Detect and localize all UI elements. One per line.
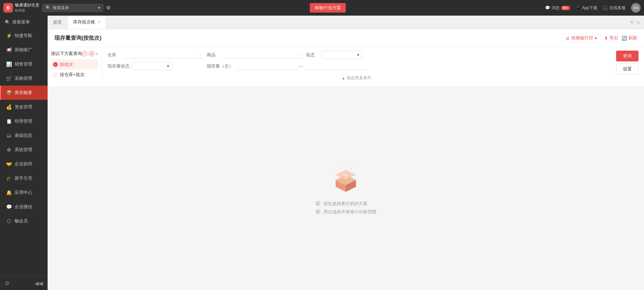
sidebar-item-wechat[interactable]: 💬 企业微信 <box>0 200 48 214</box>
product-field: 商品 ··· <box>207 52 302 58</box>
template-print-button[interactable]: 🖨 按模板打印 ▾ <box>562 33 601 43</box>
settings-icon[interactable]: ⚙ <box>5 280 10 287</box>
top-bar-right: 💬 消息 99+ 📱 App下载 🎧 在线客服 Rit <box>545 3 641 13</box>
main-layout: 🔍 搜索菜单 ⚡ 快捷导航 📢 营销推广 📊 销售管理 🛒 采购管理 📦 库存核… <box>0 16 644 290</box>
page-actions: 🖨 按模板打印 ▾ ⬆ 导出 🔄 刷新 <box>562 33 637 43</box>
sidebar: 🔍 搜索菜单 ⚡ 快捷导航 📢 营销推广 📊 销售管理 🛒 采购管理 📦 库存核… <box>0 16 48 290</box>
settings-button[interactable]: 设置 <box>616 64 639 74</box>
stock-amount-to-input[interactable] <box>305 62 366 70</box>
sidebar-item-sales[interactable]: 📊 销售管理 <box>0 57 48 71</box>
sidebar-item-quick-nav[interactable]: ⚡ 快捷导航 <box>0 29 48 43</box>
empty-tips: 1 请先选择要分析的方案 2 用过滤条件来缩小分析范围 <box>315 201 376 215</box>
scheme-collapse-button[interactable]: « <box>96 51 98 56</box>
tip-num-1: 1 <box>315 201 321 206</box>
enterprise-icon: 🤝 <box>6 161 12 167</box>
member-icon: ⬡ <box>6 218 12 224</box>
messages-item[interactable]: 💬 消息 99+ <box>545 5 570 11</box>
sales-icon: 📊 <box>6 61 12 67</box>
phone-icon: 📱 <box>576 5 581 10</box>
logo-icon: B <box>3 3 13 13</box>
gear-icon[interactable]: ⚙ <box>106 5 111 11</box>
sidebar-item-label: 企业协同 <box>15 161 32 167</box>
scheme-item-by-batch[interactable]: ✓ 按批次 <box>51 59 98 70</box>
stock-status-select[interactable]: ▾ <box>132 62 172 70</box>
tab-batch-inventory-label: 库存批次账 <box>73 19 95 25</box>
svg-line-5 <box>339 167 341 170</box>
warehouse-input-wrapper[interactable]: ··· <box>123 52 203 58</box>
close-panel-button[interactable]: × <box>630 19 637 25</box>
tab-home[interactable]: 首页 <box>48 16 68 29</box>
content-area: 首页 库存批次账 × × ▷ 现存量查询(按批次) 🖨 按模板打印 ▾ <box>48 16 644 290</box>
warehouse-input[interactable] <box>124 52 198 57</box>
top-search-placeholder: 搜索菜单 <box>53 5 69 11</box>
sidebar-item-newbie[interactable]: 🎓 新手引导 <box>0 171 48 185</box>
sidebar-search-label: 搜索菜单 <box>12 19 30 25</box>
sidebar-item-purchase[interactable]: 🛒 采购管理 <box>0 71 48 86</box>
filter-row-1: 仓库 ··· 商品 ··· 状态 <box>107 51 605 59</box>
tab-close-button[interactable]: × <box>98 20 100 24</box>
chevron-down-icon: ▾ <box>167 64 169 69</box>
marketing-icon: 📢 <box>6 47 12 53</box>
headset-icon: 🎧 <box>603 5 608 10</box>
tab-batch-inventory[interactable]: 库存批次账 × <box>68 16 106 29</box>
basic-icon: 🗂 <box>6 132 12 139</box>
scheme-active-dot: ✓ <box>53 62 58 67</box>
sidebar-item-enterprise[interactable]: 🤝 企业协同 <box>0 157 48 171</box>
collapse-sidebar-button[interactable]: ◀◀ <box>35 280 43 287</box>
finance-icon: 💰 <box>6 104 12 110</box>
experience-button[interactable]: 体验行业方案 <box>310 3 346 13</box>
refresh-button[interactable]: 🔄 刷新 <box>622 35 637 41</box>
flash-icon: ⚡ <box>6 33 12 39</box>
purchase-icon: 🛒 <box>6 75 12 81</box>
export-icon: ⬆ <box>604 36 608 41</box>
scheme-settings-button[interactable]: ⚙ <box>89 51 94 56</box>
sidebar-item-label: 系统管理 <box>15 147 32 153</box>
add-scheme-button[interactable]: + <box>82 51 87 56</box>
product-input-wrapper[interactable]: ··· <box>222 52 302 58</box>
empty-illustration: ? <box>329 161 363 195</box>
stock-amount-from-input[interactable] <box>235 62 296 70</box>
tab-home-label: 首页 <box>53 19 62 25</box>
export-button[interactable]: ⬆ 导出 <box>604 35 618 41</box>
product-input[interactable] <box>224 52 298 57</box>
sidebar-item-member[interactable]: ⬡ 畅会员 <box>0 214 48 228</box>
sidebar-item-system[interactable]: ⚙ 系统管理 <box>0 143 48 157</box>
refresh-label: 刷新 <box>628 35 637 41</box>
online-service-label: 在线客服 <box>609 5 626 11</box>
product-more-button[interactable]: ··· <box>298 53 301 57</box>
wechat-icon: 💬 <box>6 204 12 210</box>
sidebar-item-finance[interactable]: 💰 资金管理 <box>0 100 48 114</box>
sidebar-item-marketing[interactable]: 📢 营销推广 <box>0 43 48 57</box>
query-button[interactable]: 查询 <box>616 51 639 61</box>
sidebar-item-label: 采购管理 <box>15 75 32 81</box>
scheme-header-label: 按以下方案查询 <box>51 51 82 57</box>
collapse-label: 收起更多条件 <box>347 75 371 81</box>
scheme-actions: + ⚙ « <box>82 51 98 56</box>
status-select[interactable]: ▾ <box>322 51 362 59</box>
stock-amount-divider: — <box>299 64 303 69</box>
scheme-item-label: 按仓库+批次 <box>60 72 85 78</box>
sidebar-search[interactable]: 🔍 搜索菜单 <box>0 16 48 29</box>
scheme-item-by-warehouse-batch[interactable]: ○ 按仓库+批次 <box>51 70 98 80</box>
tip-text-1: 请先选择要分析的方案 <box>323 201 368 207</box>
chevron-down-icon: ▾ <box>357 52 359 57</box>
sidebar-item-label: 销售管理 <box>15 61 32 67</box>
warehouse-more-button[interactable]: ··· <box>198 53 201 57</box>
user-avatar-item[interactable]: Rit <box>631 3 641 13</box>
sidebar-item-label: 应用中心 <box>15 189 32 196</box>
top-search-bar[interactable]: 🔍 搜索菜单 ▾ <box>42 4 103 12</box>
sidebar-item-inventory[interactable]: 📦 库存核算 <box>0 86 48 100</box>
collapse-more-button[interactable]: ▲ 收起更多条件 <box>107 73 605 83</box>
scheme-panel: 按以下方案查询 + ⚙ « ✓ 按批次 ○ 按仓库+批次 <box>48 47 102 86</box>
sidebar-item-basic[interactable]: 🗂 基础信息 <box>0 128 48 143</box>
expand-icon[interactable]: ▷ <box>637 20 641 25</box>
scheme-header: 按以下方案查询 + ⚙ « <box>51 51 98 57</box>
edition-label: 标准版 <box>15 8 39 13</box>
sidebar-item-label: 新手引导 <box>15 175 32 181</box>
sidebar-item-appstore[interactable]: 🔔 应用中心 <box>0 185 48 200</box>
app-download-item[interactable]: 📱 App下载 <box>576 5 597 11</box>
sidebar-item-operations[interactable]: 📋 经营管理 <box>0 114 48 128</box>
online-service-item[interactable]: 🎧 在线客服 <box>603 5 626 11</box>
sidebar-item-label: 企业微信 <box>15 204 32 210</box>
empty-state: ? 1 请先选择要分析的方案 2 用过滤条件来缩小分析范围 <box>315 161 376 215</box>
